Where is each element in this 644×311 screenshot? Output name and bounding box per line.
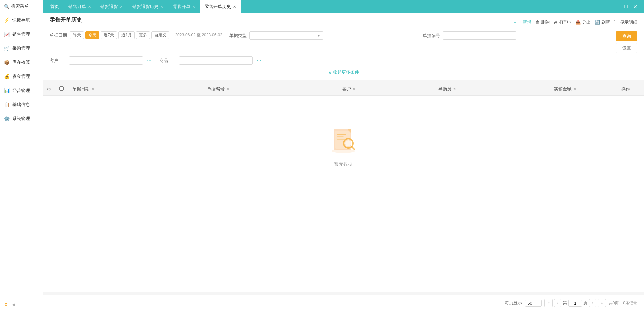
retail-history-tab-label: 零售开单历史 (205, 4, 231, 10)
close-sales-return-history-icon[interactable]: ✕ (160, 5, 163, 9)
filter-goods-input[interactable] (179, 56, 253, 65)
per-page-select[interactable]: 50 10 20 100 (525, 300, 542, 307)
first-page-button[interactable]: « (544, 299, 553, 307)
current-page-input[interactable] (568, 300, 582, 307)
query-button[interactable]: 查询 (616, 31, 637, 41)
filter-date-item: 单据日期 昨天 今天 近7天 近1月 更多 自定义 2023-06-02 至 2… (50, 31, 222, 39)
sales-order-tab-label: 销售订单 (68, 4, 86, 10)
close-sales-return-icon[interactable]: ✕ (120, 5, 123, 9)
sidebar-item-system[interactable]: ⚙️ 系统管理 (0, 112, 43, 126)
tab-sales-order[interactable]: 销售订单 ✕ (64, 0, 96, 13)
tab-sales-return-history[interactable]: 销货退货历史 ✕ (128, 0, 168, 13)
sidebar: 🔍 搜索采单 ⚡ 快捷导航 📈 销售管理 🛒 采购管理 📦 库存核算 💰 资金管… (0, 0, 43, 311)
refresh-button[interactable]: 🔄 刷新 (595, 19, 610, 25)
window-maximize-icon[interactable]: □ (623, 2, 629, 11)
th-customer[interactable]: 客户 ⇅ (338, 83, 434, 96)
export-button[interactable]: 📤 导出 (575, 19, 591, 25)
page-prefix-label: 第 (563, 300, 567, 306)
goods-picker-icon[interactable]: ··· (255, 58, 262, 64)
th-doc-no-label: 单据编号 (207, 86, 225, 91)
th-doc-date-label: 单据日期 (72, 86, 90, 91)
prev-page-button[interactable]: ‹ (554, 299, 561, 307)
date-btn-7days[interactable]: 近7天 (101, 31, 117, 39)
th-action-label: 操作 (621, 86, 630, 91)
tab-home[interactable]: 首页 (46, 0, 64, 13)
topbar-right: — □ ✕ (612, 2, 641, 11)
svg-rect-5 (337, 139, 345, 140)
date-btn-today[interactable]: 今天 (85, 31, 99, 39)
filter-doc-no-item: 单据编号 (423, 31, 609, 40)
sidebar-item-inventory[interactable]: 📦 库存核算 (0, 55, 43, 69)
refresh-icon: 🔄 (595, 20, 600, 25)
th-doc-date[interactable]: 单据日期 ⇅ (68, 83, 203, 96)
show-detail-label: 显示明细 (620, 19, 637, 25)
retail-open-tab-label: 零售开单 (173, 4, 190, 10)
collapse-icon[interactable]: ◀ (12, 302, 15, 307)
filter-customer-item: 客户 ··· (50, 56, 153, 65)
tab-retail-open[interactable]: 零售开单 ✕ (168, 0, 200, 13)
collapse-filter-button[interactable]: ∧ 收起更多条件 (327, 68, 360, 77)
next-page-button[interactable]: › (589, 299, 596, 307)
show-detail-checkbox-label[interactable]: 显示明细 (614, 19, 637, 25)
doc-date-sort-icon: ⇅ (92, 87, 94, 91)
sidebar-item-operations[interactable]: 📊 经营管理 (0, 84, 43, 98)
sidebar-item-purchase-mgmt[interactable]: 🛒 采购管理 (0, 41, 43, 55)
tab-retail-history[interactable]: 零售开单历史 ✕ (200, 0, 241, 13)
th-checkbox[interactable] (55, 83, 68, 96)
print-button[interactable]: 🖨 打印 ▾ (554, 19, 571, 25)
sidebar-item-sales-mgmt[interactable]: 📈 销售管理 (0, 27, 43, 41)
select-all-checkbox[interactable] (59, 86, 64, 91)
sidebar-item-finance[interactable]: 💰 资金管理 (0, 69, 43, 84)
empty-text: 暂无数据 (334, 161, 353, 167)
filter-area: 单据日期 昨天 今天 近7天 近1月 更多 自定义 2023-06-02 至 2… (50, 31, 637, 80)
window-minimize-icon[interactable]: — (612, 2, 620, 11)
th-settings[interactable]: ⚙ (43, 83, 55, 96)
close-retail-open-icon[interactable]: ✕ (192, 5, 195, 9)
finance-icon: 💰 (4, 74, 10, 79)
sidebar-item-label: 采购管理 (12, 45, 30, 51)
inventory-icon: 📦 (4, 60, 10, 65)
close-sales-order-icon[interactable]: ✕ (88, 5, 91, 9)
show-detail-checkbox[interactable] (614, 20, 618, 24)
close-retail-history-icon[interactable]: ✕ (233, 5, 236, 9)
sidebar-item-basic-info[interactable]: 📋 基础信息 (0, 98, 43, 112)
filter-goods-item: 商品 ··· (159, 56, 262, 65)
filter-doc-type-label: 单据类型 (229, 33, 247, 39)
date-btn-yesterday[interactable]: 昨天 (70, 31, 84, 39)
customer-sort-icon: ⇅ (353, 87, 355, 91)
th-guide[interactable]: 导购员 ⇅ (434, 83, 550, 96)
print-dropdown-icon: ▾ (569, 20, 571, 24)
settings-icon[interactable]: ⚙ (4, 302, 8, 307)
amount-sort-icon: ⇅ (574, 87, 576, 91)
add-button[interactable]: ＋ + 新增 (513, 19, 531, 25)
th-doc-no[interactable]: 单据编号 ⇅ (203, 83, 338, 96)
filter-customer-input[interactable] (69, 56, 143, 65)
delete-button[interactable]: 🗑 删除 (535, 19, 550, 25)
sidebar-search[interactable]: 🔍 搜索采单 (0, 0, 43, 13)
topbar: 首页 销售订单 ✕ 销货退货 ✕ 销货退货历史 ✕ 零售开单 ✕ 零售开单历史 … (43, 0, 644, 13)
query-setting-area: 查询 设置 (616, 31, 637, 53)
sidebar-bottom: ⚙ ◀ (0, 298, 43, 311)
customer-picker-icon[interactable]: ··· (146, 58, 153, 64)
date-btn-custom[interactable]: 自定义 (151, 31, 169, 39)
tab-sales-return[interactable]: 销货退货 ✕ (96, 0, 128, 13)
column-settings-icon[interactable]: ⚙ (47, 87, 51, 92)
table-container: ⚙ 单据日期 ⇅ 单据编号 ⇅ (43, 83, 644, 292)
delete-icon: 🗑 (535, 20, 540, 25)
filter-goods-label: 商品 (159, 58, 176, 64)
setting-button[interactable]: 设置 (616, 43, 637, 53)
window-close-icon[interactable]: ✕ (632, 2, 639, 11)
date-btn-more[interactable]: 更多 (136, 31, 150, 39)
last-page-button[interactable]: » (598, 299, 606, 307)
per-page-label: 每页显示 (505, 300, 522, 306)
date-btn-1month[interactable]: 近1月 (118, 31, 135, 39)
th-customer-label: 客户 (342, 86, 351, 91)
search-icon: 🔍 (4, 4, 9, 9)
sidebar-item-quick-nav[interactable]: ⚡ 快捷导航 (0, 13, 43, 27)
filter-doc-type-select[interactable]: ▾ (249, 31, 323, 40)
pagination-total: 共0页，0条记录 (609, 300, 637, 306)
filter-doc-no-input[interactable] (443, 31, 516, 40)
filter-doc-type-item: 单据类型 ▾ (229, 31, 416, 40)
th-amount[interactable]: 实销金额 ⇅ (550, 83, 617, 96)
table-header-row: ⚙ 单据日期 ⇅ 单据编号 ⇅ (43, 83, 644, 96)
